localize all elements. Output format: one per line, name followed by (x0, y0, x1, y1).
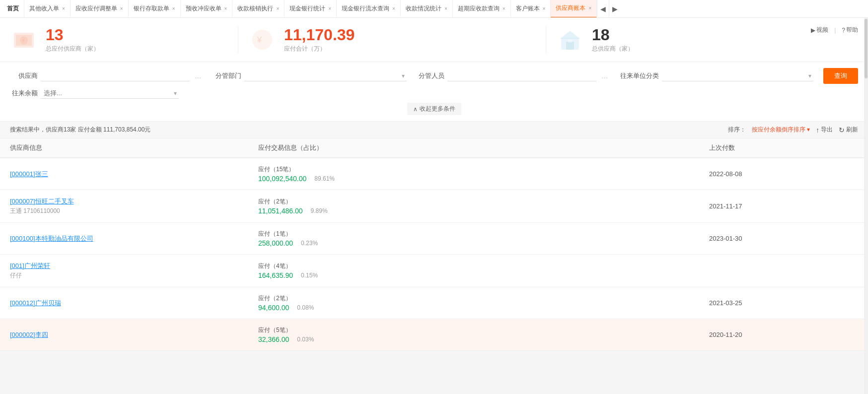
nav-tab-payable-adjust[interactable]: 应收应付调整单 × (71, 0, 129, 18)
tab-label: 预收冲应收单 (186, 4, 221, 13)
nav-tab-home[interactable]: 首页 (2, 0, 24, 18)
refresh-button[interactable]: ↻ 刷新 (839, 126, 858, 134)
dept-input[interactable] (244, 70, 402, 81)
supplier-info-cell: [000012]广州贝瑞 (10, 299, 258, 308)
summary-text-suppliers: 13 总应付供应商（家） (46, 27, 99, 53)
scrollbar-thumb[interactable] (865, 19, 868, 78)
scrollbar-track[interactable] (864, 18, 868, 351)
nav-tab-customer-account[interactable]: 客户账本 × (511, 0, 551, 18)
payable-label: 应付（2笔） (258, 197, 709, 206)
close-icon[interactable]: × (120, 6, 123, 11)
result-summary-text: 搜索结果中，供应商13家 应付金额 111,703,854.00元 (10, 126, 150, 134)
export-button[interactable]: ↑ 导出 (816, 126, 833, 134)
summary-text-total: 18 总供应商（家） (592, 27, 634, 53)
nav-tab-other-income[interactable]: 其他收入单 × (24, 0, 71, 18)
supplier-input[interactable] (41, 70, 190, 81)
export-icon: ↑ (816, 126, 819, 134)
refresh-label: 刷新 (846, 126, 858, 134)
export-label: 导出 (821, 126, 833, 134)
payable-amount[interactable]: 32,366.00 (258, 335, 289, 343)
refresh-icon: ↻ (839, 126, 845, 134)
category-select-wrapper[interactable]: ▾ (662, 70, 814, 81)
supplier-link[interactable]: [000100]本特勤油品有限公司 (10, 234, 258, 243)
close-icon[interactable]: × (392, 6, 395, 11)
balance-dropdown-icon: ▾ (174, 90, 179, 97)
close-icon[interactable]: × (588, 5, 591, 11)
supplier-link[interactable]: [000001]张三 (10, 170, 258, 179)
col-header-payable: 应付交易信息（占比） (258, 143, 709, 152)
table-row: [000100]本特勤油品有限公司 应付（1笔） 258,000.00 0.23… (0, 223, 868, 255)
filter-item-supplier: 供应商 ... (10, 70, 204, 81)
help-label: 帮助 (846, 26, 858, 34)
dept-select-wrapper[interactable]: ▾ (244, 70, 407, 81)
summary-bar: ¥ 13 总应付供应商（家） ¥ 11,170.39 应付合计（万） (0, 18, 868, 62)
nav-prev-button[interactable]: ◀ (597, 0, 609, 18)
filter-area: 供应商 ... 分管部门 ▾ 分管人员 ... 往来单位分类 ▾ 查询 (0, 62, 868, 122)
payable-amount[interactable]: 164,635.90 (258, 271, 293, 279)
payable-row: 164,635.90 0.15% (258, 271, 709, 279)
last-pay-date: 2023-01-30 (709, 235, 742, 242)
close-icon[interactable]: × (62, 6, 65, 11)
close-icon[interactable]: × (276, 6, 279, 11)
last-pay-date: 2020-11-20 (709, 331, 742, 338)
sort-select[interactable]: 按应付余额倒序排序 ▾ (752, 126, 810, 134)
sort-option-label: 按应付余额倒序排序 (752, 126, 805, 133)
payable-amount[interactable]: 100,092,540.00 (258, 175, 306, 183)
nav-tab-cash-bank-flow[interactable]: 现金银行流水查询 × (337, 0, 401, 18)
person-dots-icon[interactable]: ... (599, 71, 610, 80)
total-supplier-label: 总供应商（家） (592, 45, 634, 53)
nav-tab-cash-bank-stat[interactable]: 现金银行统计 × (285, 0, 337, 18)
payable-row: 258,000.00 0.23% (258, 239, 709, 247)
supplier-count-label: 总应付供应商（家） (46, 45, 99, 53)
category-input[interactable] (662, 70, 809, 81)
query-button[interactable]: 查询 (823, 68, 858, 84)
last-pay-cell: 2022-08-08 (709, 170, 858, 178)
balance-input[interactable] (41, 88, 174, 98)
payable-amount[interactable]: 11,051,486.00 (258, 207, 303, 215)
category-filter-label: 往来单位分类 (620, 71, 659, 80)
close-icon[interactable]: × (444, 6, 447, 11)
table-row: [000007]恒旺二手叉车 王通 17106110000 应付（2笔） 11,… (0, 190, 868, 223)
collapse-button[interactable]: ∧ 收起更多条件 (407, 103, 461, 115)
supplier-link[interactable]: [000012]广州贝瑞 (10, 299, 258, 308)
nav-tab-collect-exec[interactable]: 收款核销执行 × (232, 0, 285, 18)
nav-next-button[interactable]: ▶ (609, 0, 621, 18)
close-icon[interactable]: × (328, 6, 331, 11)
nav-tab-bank-deposit[interactable]: 银行存取款单 × (129, 0, 181, 18)
supplier-sub: 仔仔 (10, 271, 258, 280)
nav-tab-supplier-account[interactable]: 供应商账本 × (551, 0, 597, 18)
payable-info-cell: 应付（15笔） 100,092,540.00 89.61% (258, 165, 709, 183)
help-button[interactable]: ? 帮助 (842, 26, 858, 34)
tab-label: 供应商账本 (556, 4, 585, 12)
supplier-link[interactable]: [000002]李四 (10, 330, 258, 339)
supplier-dots-icon[interactable]: ... (193, 71, 203, 80)
payable-pct: 89.61% (314, 175, 335, 182)
last-pay-date: 2022-08-08 (709, 170, 742, 178)
close-icon[interactable]: × (172, 6, 175, 11)
close-icon[interactable]: × (503, 6, 506, 11)
tab-label: 现金银行流水查询 (342, 4, 389, 13)
payable-label: 应付（1笔） (258, 230, 709, 238)
help-icon: ? (842, 27, 845, 34)
filter-item-dept: 分管部门 ▾ (214, 70, 407, 81)
payable-amount[interactable]: 94,600.00 (258, 304, 289, 312)
payable-info-cell: 应付（1笔） 258,000.00 0.23% (258, 230, 709, 247)
payable-amount[interactable]: 258,000.00 (258, 239, 293, 247)
summary-block-total-suppliers: 18 总供应商（家） (556, 26, 755, 54)
filter-row-2: 往来余额 ▾ (10, 88, 858, 99)
close-icon[interactable]: × (543, 6, 546, 11)
supplier-link[interactable]: [001]广州荣轩 (10, 262, 258, 270)
close-icon[interactable]: × (224, 6, 227, 11)
home-label: 首页 (7, 4, 19, 13)
supplier-payable-icon: ¥ (10, 26, 38, 54)
person-input[interactable] (447, 70, 596, 81)
supplier-count-number: 13 (46, 27, 99, 43)
balance-select-wrapper[interactable]: ▾ (41, 88, 179, 99)
amount-number: 11,170.39 (284, 27, 355, 43)
supplier-link[interactable]: [000007]恒旺二手叉车 (10, 197, 258, 206)
nav-tab-overdue-query[interactable]: 超期应收款查询 × (453, 0, 511, 18)
nav-tab-advance-verify[interactable]: 预收冲应收单 × (181, 0, 233, 18)
video-button[interactable]: ▶ 视频 (811, 26, 828, 34)
nav-tab-collect-stat[interactable]: 收款情况统计 × (401, 0, 453, 18)
filter-item-category: 往来单位分类 ▾ (620, 70, 814, 81)
